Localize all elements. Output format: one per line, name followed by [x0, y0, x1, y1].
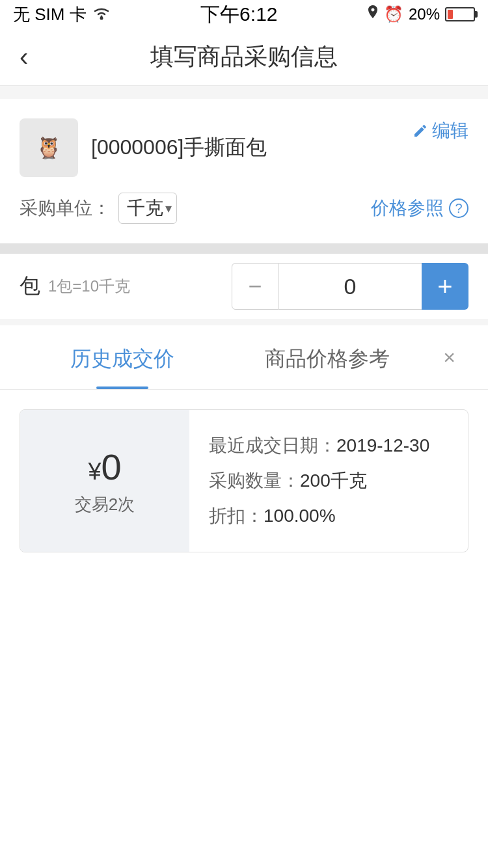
discount-value: 100.00%: [264, 506, 336, 526]
discount-row: 折扣：100.00%: [209, 504, 448, 528]
history-price-display: ¥0: [88, 446, 121, 488]
svg-point-0: [100, 16, 103, 20]
quantity-unit: 包: [20, 272, 40, 301]
recent-date-label: 最近成交日期：: [209, 435, 336, 455]
product-header: 🦉 [0000006]手撕面包 编辑: [20, 118, 468, 177]
battery-icon: [445, 7, 475, 21]
wifi-icon: [92, 5, 111, 25]
product-logo: 🦉: [36, 135, 62, 160]
price-ref-label: 价格参照: [371, 196, 444, 221]
nav-bar: ‹ 填写商品采购信息: [0, 29, 488, 86]
quantity-conversion: 1包=10千克: [48, 276, 130, 297]
back-button[interactable]: ‹: [20, 36, 34, 78]
page-title: 填写商品采购信息: [150, 41, 338, 73]
quantity-minus-button[interactable]: −: [232, 263, 278, 310]
purchase-qty-value: 200千克: [300, 470, 367, 491]
unit-left: 采购单位： 千克: [20, 193, 177, 224]
price-value: 0: [101, 446, 121, 487]
edit-label: 编辑: [432, 118, 468, 143]
quantity-row: 包 1包=10千克 − +: [0, 254, 488, 319]
battery-fill: [448, 10, 453, 19]
battery-percent: 20%: [409, 5, 440, 23]
recent-date-row: 最近成交日期：2019-12-30: [209, 433, 448, 458]
tab-history-label: 历史成交价: [70, 347, 174, 370]
location-icon: [367, 5, 379, 23]
status-right: ⏰ 20%: [367, 5, 475, 23]
product-card: 🦉 [0000006]手撕面包 编辑 采购单位： 千克 价格参照 ?: [0, 99, 488, 243]
unit-label: 采购单位：: [20, 196, 111, 221]
quantity-input[interactable]: [278, 263, 422, 310]
purchase-qty-row: 采购数量：200千克: [209, 468, 448, 493]
history-price-section: ¥0 交易2次: [20, 410, 189, 552]
product-unit-row: 采购单位： 千克 价格参照 ?: [20, 193, 468, 224]
history-card: ¥0 交易2次 最近成交日期：2019-12-30 采购数量：200千克 折扣：…: [20, 409, 468, 552]
quantity-label: 包 1包=10千克: [20, 272, 130, 301]
edit-button[interactable]: 编辑: [413, 118, 468, 143]
purchase-qty-label: 采购数量：: [209, 470, 300, 491]
status-bar: 无 SIM 卡 下午6:12 ⏰ 20%: [0, 0, 488, 29]
section-divider: [0, 243, 488, 254]
page-background: [0, 572, 488, 868]
status-left: 无 SIM 卡: [13, 3, 111, 26]
quantity-input-group: − +: [232, 263, 468, 310]
alarm-icon: ⏰: [384, 5, 403, 23]
tab-panel: 历史成交价 商品价格参考 × ¥0 交易2次 最近成交日期：2019-12-30…: [0, 325, 488, 572]
product-thumbnail: 🦉: [20, 118, 78, 177]
tab-price-reference[interactable]: 商品价格参考: [225, 325, 431, 389]
unit-select[interactable]: 千克: [118, 193, 177, 224]
history-details-section: 最近成交日期：2019-12-30 采购数量：200千克 折扣：100.00%: [189, 410, 468, 552]
discount-label: 折扣：: [209, 506, 264, 526]
trade-count: 交易2次: [75, 493, 135, 516]
tab-reference-label: 商品价格参考: [265, 347, 390, 370]
product-full-name: [0000006]手撕面包: [91, 133, 267, 162]
status-time: 下午6:12: [200, 1, 277, 28]
price-reference-button[interactable]: 价格参照 ?: [371, 196, 468, 221]
product-left: 🦉 [0000006]手撕面包: [20, 118, 267, 177]
recent-date-value: 2019-12-30: [336, 435, 429, 455]
tab-header: 历史成交价 商品价格参考 ×: [0, 325, 488, 390]
tab-close-button[interactable]: ×: [430, 332, 468, 383]
history-content: ¥0 交易2次 最近成交日期：2019-12-30 采购数量：200千克 折扣：…: [0, 390, 488, 572]
sim-label: 无 SIM 卡: [13, 3, 87, 26]
quantity-plus-button[interactable]: +: [422, 263, 468, 310]
tab-history-price[interactable]: 历史成交价: [20, 325, 225, 389]
currency-symbol: ¥: [88, 458, 101, 485]
unit-select-wrapper[interactable]: 千克: [118, 193, 177, 224]
help-icon: ?: [449, 198, 468, 218]
